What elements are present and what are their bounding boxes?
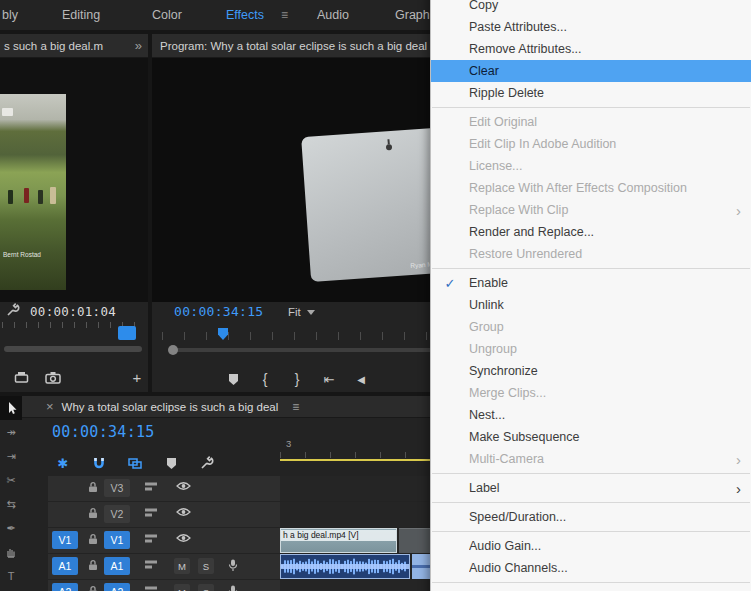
track-select-forward-tool[interactable]: ↠ bbox=[0, 420, 22, 444]
menu-item-label: Replace With Clip bbox=[469, 203, 728, 217]
settings-wrench-icon[interactable] bbox=[6, 303, 20, 317]
workspace-tab-bly[interactable]: bly bbox=[2, 0, 18, 30]
workspace-tab-editing[interactable]: Editing bbox=[62, 0, 100, 30]
ripple-edit-tool[interactable]: ⇥ bbox=[0, 444, 22, 468]
timeline-tab-title[interactable]: Why a total solar eclipse is such a big … bbox=[62, 401, 279, 413]
menu-item-label: Render and Replace... bbox=[469, 225, 741, 239]
go-to-in-icon[interactable]: ⇤ bbox=[318, 369, 340, 389]
menu-item-paste-attributes[interactable]: Paste Attributes... bbox=[431, 16, 751, 38]
menu-item-audio-channels[interactable]: Audio Channels... bbox=[431, 557, 751, 579]
track-target-a2[interactable]: A2 bbox=[104, 583, 130, 591]
mute-button[interactable]: M bbox=[174, 558, 190, 574]
scrollbar-knob-left[interactable] bbox=[168, 345, 178, 355]
source-tab-title[interactable]: s such a big deal.m bbox=[0, 40, 103, 52]
menu-item-audio-gain[interactable]: Audio Gain... bbox=[431, 535, 751, 557]
workspace-tab-audio[interactable]: Audio bbox=[317, 0, 349, 30]
program-tab-title[interactable]: Program: Why a total solar eclipse is su… bbox=[152, 40, 427, 52]
source-tabbar: s such a big deal.m » bbox=[0, 34, 148, 58]
type-tool[interactable]: T bbox=[0, 564, 22, 588]
button-editor-icon[interactable]: + bbox=[126, 367, 148, 387]
menu-item-replace-with-clip: Replace With Clip› bbox=[431, 199, 751, 221]
ruler-tick-label: 3 bbox=[286, 438, 291, 449]
solo-button[interactable]: S bbox=[198, 558, 214, 574]
menu-item-label: Unlink bbox=[469, 298, 741, 312]
track-target-v3[interactable]: V3 bbox=[104, 479, 130, 497]
voiceover-record-mic-icon[interactable] bbox=[228, 559, 238, 572]
insert-icon[interactable] bbox=[10, 367, 32, 387]
toggle-track-output-eye-icon[interactable] bbox=[176, 533, 191, 543]
voiceover-record-mic-icon[interactable] bbox=[228, 585, 238, 591]
tab-overflow-chevrons[interactable]: » bbox=[135, 38, 148, 53]
panel-menu-icon[interactable]: ≡ bbox=[292, 400, 299, 414]
track-lock-icon[interactable] bbox=[88, 559, 98, 571]
pinhole-mark bbox=[386, 144, 392, 150]
snap-icon[interactable] bbox=[88, 453, 110, 473]
track-target-a1[interactable]: A1 bbox=[104, 557, 130, 575]
menu-item-label: Nest... bbox=[469, 408, 741, 422]
menu-item-label[interactable]: Label› bbox=[431, 477, 751, 499]
pen-tool[interactable]: ✒ bbox=[0, 516, 22, 540]
nest-toggle-icon[interactable]: ✱ bbox=[52, 453, 74, 473]
workspace-menu-icon[interactable]: ≡ bbox=[281, 0, 288, 30]
sync-lock-icon[interactable] bbox=[144, 507, 158, 518]
source-zoom-scrollbar[interactable] bbox=[4, 346, 142, 352]
toggle-track-output-eye-icon[interactable] bbox=[176, 481, 191, 491]
workspace-tab-color[interactable]: Color bbox=[152, 0, 182, 30]
linked-selection-icon[interactable] bbox=[124, 453, 146, 473]
menu-item-render-and-replace[interactable]: Render and Replace... bbox=[431, 221, 751, 243]
zoom-level-select[interactable]: Fit bbox=[282, 303, 321, 321]
add-marker-icon[interactable] bbox=[160, 453, 182, 473]
program-timecode: 00:00:34:15 bbox=[174, 304, 263, 319]
track-lock-icon[interactable] bbox=[88, 533, 98, 545]
step-back-icon[interactable]: ◀ bbox=[350, 369, 372, 389]
solo-button[interactable]: S bbox=[198, 584, 214, 591]
menu-item-label: Ungroup bbox=[469, 342, 741, 356]
mark-out-icon[interactable]: } bbox=[286, 369, 308, 389]
toggle-track-output-eye-icon[interactable] bbox=[176, 507, 191, 517]
track-lock-icon[interactable] bbox=[88, 481, 98, 493]
track-lock-icon[interactable] bbox=[88, 585, 98, 591]
timeline-settings-icon[interactable] bbox=[196, 453, 218, 473]
mark-in-icon[interactable]: { bbox=[254, 369, 276, 389]
source-patch-a1[interactable]: A1 bbox=[52, 557, 78, 575]
menu-item-speed-duration[interactable]: Speed/Duration... bbox=[431, 506, 751, 528]
track-target-v2[interactable]: V2 bbox=[104, 505, 130, 523]
track-header-v1: V1V1 bbox=[48, 528, 280, 553]
menu-item-label: Paste Attributes... bbox=[469, 20, 741, 34]
sync-lock-icon[interactable] bbox=[144, 559, 158, 570]
tools-panel: ↠⇥✂⇆✒T bbox=[0, 396, 22, 591]
selection-tool[interactable] bbox=[0, 396, 22, 420]
workspace-tab-effects[interactable]: Effects bbox=[226, 0, 264, 30]
menu-item-make-subsequence[interactable]: Make Subsequence bbox=[431, 426, 751, 448]
menu-item-clear[interactable]: Clear bbox=[431, 60, 751, 82]
add-marker-icon[interactable] bbox=[222, 369, 244, 389]
mute-button[interactable]: M bbox=[174, 584, 190, 591]
menu-item-unlink[interactable]: Unlink bbox=[431, 294, 751, 316]
razor-tool[interactable]: ✂ bbox=[0, 468, 22, 492]
audio-clip[interactable] bbox=[280, 554, 410, 579]
menu-item-enable[interactable]: ✓Enable bbox=[431, 272, 751, 294]
sync-lock-icon[interactable] bbox=[144, 533, 158, 544]
menu-separator bbox=[432, 582, 750, 583]
menu-item-label: Edit Original bbox=[469, 115, 741, 129]
menu-separator bbox=[432, 531, 750, 532]
source-playhead-handle[interactable] bbox=[118, 326, 136, 340]
menu-item-ungroup: Ungroup bbox=[431, 338, 751, 360]
menu-item-ripple-delete[interactable]: Ripple Delete bbox=[431, 82, 751, 104]
source-patch-v1[interactable]: V1 bbox=[52, 531, 78, 549]
hand-tool[interactable] bbox=[0, 540, 22, 564]
menu-item-synchronize[interactable]: Synchronize bbox=[431, 360, 751, 382]
menu-item-nest[interactable]: Nest... bbox=[431, 404, 751, 426]
sync-lock-icon[interactable] bbox=[144, 585, 158, 591]
export-frame-icon[interactable] bbox=[42, 367, 64, 387]
close-icon[interactable]: × bbox=[46, 399, 54, 414]
track-lock-icon[interactable] bbox=[88, 507, 98, 519]
sync-lock-icon[interactable] bbox=[144, 481, 158, 492]
menu-item-copy[interactable]: Copy bbox=[431, 0, 751, 16]
source-monitor-panel: s such a big deal.m » Bernt Rostad 00:00… bbox=[0, 34, 148, 392]
track-target-v1[interactable]: V1 bbox=[104, 531, 130, 549]
slip-tool[interactable]: ⇆ bbox=[0, 492, 22, 516]
menu-item-remove-attributes[interactable]: Remove Attributes... bbox=[431, 38, 751, 60]
video-clip[interactable]: h a big deal.mp4 [V] bbox=[280, 528, 397, 553]
source-patch-a2[interactable]: A2 bbox=[52, 583, 78, 591]
